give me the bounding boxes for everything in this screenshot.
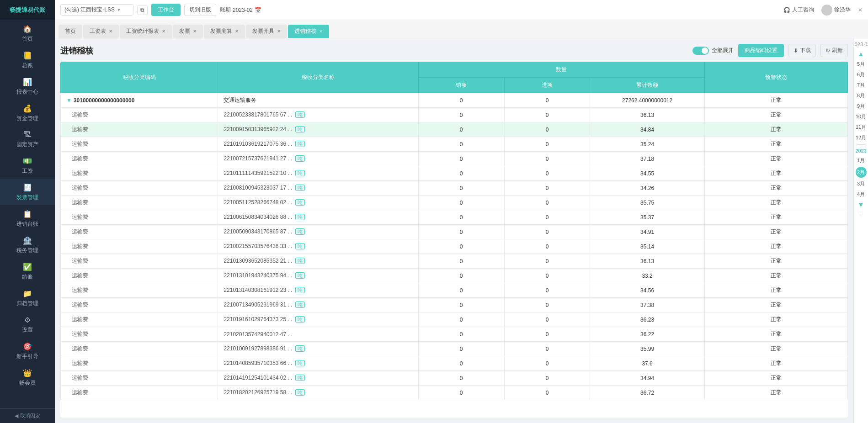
table-cell-purchase: 0 — [504, 181, 590, 196]
scroll-down-button[interactable]: ▼ — [857, 200, 865, 209]
month-7[interactable]: 7月 — [855, 80, 868, 90]
table-cell-purchase: 0 — [504, 108, 590, 122]
favorite-icon[interactable]: ♡ — [858, 210, 864, 217]
th-sale: 销项 — [418, 78, 504, 93]
table-cell-status: 正常 — [704, 181, 847, 196]
month-4[interactable]: 4月 — [855, 190, 868, 199]
sidebar-item-label: 报表中心 — [16, 88, 38, 96]
table-cell-code: 运输费 — [61, 371, 218, 386]
tab-close-salary-stats[interactable]: ✕ — [162, 29, 165, 34]
month-9[interactable]: 9月 — [855, 101, 868, 111]
table-cell-purchase: 0 — [504, 283, 590, 298]
table-row: 运输费 221013140308161912 23 ...吨 0 0 34.56… — [61, 283, 848, 298]
sidebar-item-member[interactable]: 👑 畅会员 — [0, 364, 55, 391]
toggle-switch[interactable] — [692, 47, 709, 55]
sidebar-item-label: 资金管理 — [16, 115, 38, 122]
ledger-icon: 📒 — [23, 51, 32, 60]
tab-close-invoice[interactable]: ✕ — [193, 29, 197, 34]
switch-version-button[interactable]: 切到旧版 — [184, 4, 216, 16]
sidebar-item-label: 设置 — [22, 326, 33, 334]
page-title: 进销稽核 — [60, 45, 93, 56]
table-cell-sale: 0 — [418, 283, 504, 298]
table-row: 运输费 221020135742940012 47 ... 0 0 36.22 … — [61, 327, 848, 342]
year-2023: 2023 — [855, 147, 868, 155]
page-content: 进销稽核 全部展开 商品编码设置 ⬇ 下载 ↻ 刷新 — [55, 38, 853, 423]
month-12[interactable]: 12月 — [855, 133, 868, 143]
sidebar-item-report[interactable]: 📊 报表中心 — [0, 73, 55, 100]
tab-close-in-out-verify[interactable]: ✕ — [319, 29, 323, 34]
refresh-button[interactable]: ↻ 刷新 — [820, 44, 848, 57]
user-menu[interactable]: 徐泾华 — [821, 5, 851, 16]
table-cell-invoice: 221007134905231969 31 ...吨 — [218, 298, 418, 312]
table-cell-purchase: 0 — [504, 269, 590, 283]
download-button[interactable]: ⬇ 下载 — [788, 44, 816, 57]
calendar-icon[interactable]: 📅 — [255, 7, 261, 13]
table-cell-code: 运输费 — [61, 356, 218, 371]
data-table: 税收分类编码 税收分类名称 数量 预警状态 销项 进项 累计数额 — [60, 62, 848, 400]
sidebar-item-settings[interactable]: ⚙ 设置 — [0, 311, 55, 338]
th-tax-code: 税收分类编码 — [61, 62, 218, 93]
table-cell-cumulative: 35.24 — [590, 137, 704, 152]
sidebar-item-guide[interactable]: 🎯 新手引导 — [0, 338, 55, 364]
toggle-expand[interactable]: 全部展开 — [692, 47, 734, 55]
sidebar-item-closing[interactable]: ✅ 结账 — [0, 258, 55, 285]
sidebar-item-archive[interactable]: 📁 归档管理 — [0, 285, 55, 311]
month-1[interactable]: 1月 — [855, 156, 868, 165]
table-row: 运输费 221014191254101434 02 ...吨 0 0 34.94… — [61, 371, 848, 386]
table-cell-code: 运输费 — [61, 327, 218, 342]
avatar — [821, 5, 832, 16]
sidebar-item-fixed-assets[interactable]: 🏗 固定资产 — [0, 126, 55, 152]
panel-year-label-1: 2023.02 — [853, 40, 868, 48]
month-5[interactable]: 5月 — [855, 59, 868, 69]
unpin-button[interactable]: ◀ 取消固定 — [0, 409, 55, 423]
tab-in-out-verify[interactable]: 进销稽核 ✕ — [288, 25, 329, 38]
service-button[interactable]: 🎧 人工咨询 — [783, 6, 814, 14]
month-2-active[interactable]: 2月 — [856, 167, 867, 178]
table-row: 运输费 221007215737621941 27 ...吨 0 0 37.18… — [61, 152, 848, 166]
tab-invoice[interactable]: 发票 ✕ — [173, 25, 203, 38]
sidebar-item-ledger[interactable]: 📒 总账 — [0, 47, 55, 73]
sidebar-item-invoice-mgmt[interactable]: 🧾 发票管理 — [0, 179, 55, 205]
tab-invoice-open[interactable]: 发票开具 ✕ — [246, 25, 287, 38]
table-cell-sale: 0 — [418, 386, 504, 400]
sidebar-item-tax-mgmt[interactable]: 🏦 税务管理 — [0, 232, 55, 258]
sidebar-item-purchase-ledger[interactable]: 📋 进销台账 — [0, 205, 55, 232]
table-row: 运输费 221009150313965922 24 ...吨 0 0 34.84… — [61, 122, 848, 137]
tab-home[interactable]: 首页 — [59, 25, 82, 38]
tab-close-salary[interactable]: ✕ — [109, 29, 112, 34]
sidebar-item-salary[interactable]: 💵 工资 — [0, 152, 55, 179]
table-cell-code: ▼30100000000000000000 — [61, 93, 218, 108]
tab-close-invoice-calc[interactable]: ✕ — [235, 29, 239, 34]
month-3[interactable]: 3月 — [855, 179, 868, 189]
content-area: 进销稽核 全部展开 商品编码设置 ⬇ 下载 ↻ 刷新 — [55, 38, 868, 423]
copy-icon: ⧉ — [140, 7, 144, 13]
month-10[interactable]: 10月 — [855, 112, 868, 122]
tab-invoice-calc[interactable]: 发票测算 ✕ — [204, 25, 245, 38]
company-selector[interactable]: (勾选) 江西报宝-LSS ▼ — [60, 4, 133, 16]
table-row: 运输费 221002155703576436 33 ...吨 0 0 35.14… — [61, 239, 848, 254]
tab-salary[interactable]: 工资表 ✕ — [83, 25, 119, 38]
table-cell-sale: 0 — [418, 371, 504, 386]
table-cell-purchase: 0 — [504, 210, 590, 225]
sidebar: 畅捷通易代账 🏠 首页 📒 总账 📊 报表中心 💰 资金管理 🏗 固定资产 💵 … — [0, 0, 55, 423]
month-11[interactable]: 11月 — [855, 122, 868, 132]
tab-close-invoice-open[interactable]: ✕ — [277, 29, 281, 34]
tab-salary-stats[interactable]: 工资统计报表 ✕ — [120, 25, 172, 38]
close-icon[interactable]: ✕ — [858, 7, 863, 13]
headset-icon: 🎧 — [783, 7, 790, 13]
table-cell-sale: 0 — [418, 122, 504, 137]
scroll-up-button[interactable]: ▲ — [857, 49, 865, 58]
table-cell-purchase: 0 — [504, 225, 590, 239]
table-cell-cumulative: 35.14 — [590, 239, 704, 254]
table-cell-invoice: 221005233817801765 67 ...吨 — [218, 108, 418, 122]
product-code-settings-button[interactable]: 商品编码设置 — [738, 44, 784, 57]
table-row: 运输费 221011111435921522 10 ...吨 0 0 34.55… — [61, 166, 848, 181]
workbench-button[interactable]: 工作台 — [151, 4, 181, 16]
sidebar-item-home[interactable]: 🏠 首页 — [0, 20, 55, 47]
month-6[interactable]: 6月 — [855, 70, 868, 79]
copy-button[interactable]: ⧉ — [137, 5, 148, 15]
table-cell-status: 正常 — [704, 225, 847, 239]
sidebar-item-capital[interactable]: 💰 资金管理 — [0, 100, 55, 126]
sidebar-item-label: 固定资产 — [16, 141, 38, 148]
month-8[interactable]: 8月 — [855, 91, 868, 100]
